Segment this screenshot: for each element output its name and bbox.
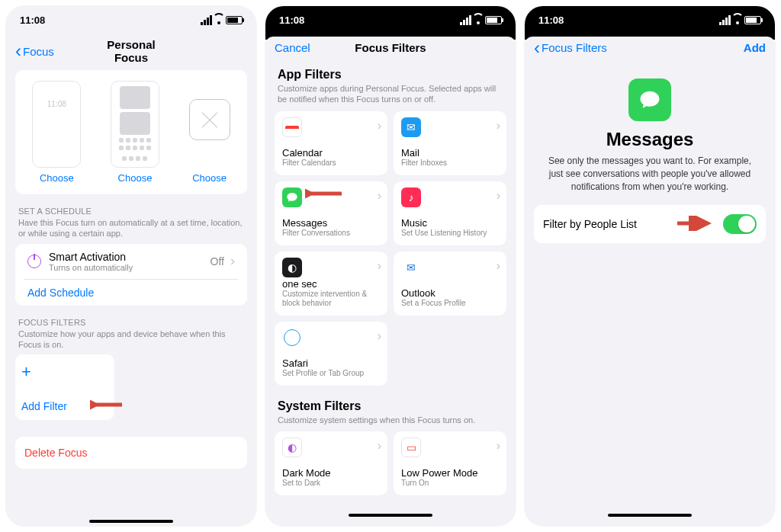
home-indicator[interactable] [349,514,432,517]
back-button[interactable]: Focus Filters [534,41,650,54]
signal-icon [460,15,471,25]
nav-title: Personal Focus [92,38,169,64]
status-bar: 11:08 [525,6,775,34]
messages-icon [282,187,302,207]
nav-title: Focus Filters [352,41,429,54]
status-time: 11:08 [279,14,304,26]
power-icon [27,255,41,268]
wifi-icon [214,14,224,25]
schedule-desc: Have this Focus turn on automatically at… [18,217,244,239]
choose-watch[interactable]: Choose [192,172,227,184]
add-filter-card[interactable]: + Add Filter [15,354,114,420]
app-filters-desc: Customize apps during Personal Focus. Se… [278,83,503,105]
chevron-right-icon: › [497,189,500,203]
chevron-right-icon: › [497,439,500,453]
phone-focus-filters: 11:08 Cancel Focus Filters App Filters C… [265,6,516,526]
lock-screen-preview[interactable]: 11:08 [32,81,81,168]
system-filters-desc: Customize system settings when this Focu… [278,415,503,425]
phone-personal-focus: 11:08 Focus Personal Focus 11:08 Choose [6,6,256,526]
low-power-icon: ▭ [401,437,421,457]
mail-icon: ✉ [401,117,421,137]
system-filters-label: System Filters [278,399,503,413]
tile-mail[interactable]: ✉ › Mail Filter Inboxes [394,111,506,175]
messages-app-icon [628,79,671,121]
page-title: Messages [525,129,775,150]
tile-calendar[interactable]: › Calendar Filter Calendars [275,111,387,175]
filters-label: FOCUS FILTERS [18,318,244,327]
home-indicator[interactable] [608,514,692,517]
watch-face-preview[interactable] [189,99,230,140]
add-button[interactable]: Add [650,41,766,54]
calendar-icon [282,117,302,137]
tile-messages[interactable]: › Messages Filter Conversations [275,181,387,245]
tile-dark-mode[interactable]: ◐ › Dark Mode Set to Dark [275,431,387,495]
filters-desc: Customize how your apps and device behav… [18,328,244,351]
chevron-right-icon: › [497,259,500,273]
page-description: See only the messages you want to. For e… [525,150,775,205]
nav-bar: Focus Personal Focus [6,34,256,70]
app-filters-label: App Filters [278,68,503,82]
screen-previews: 11:08 Choose Choose Choose [20,78,243,188]
chevron-right-icon: › [378,439,381,453]
choose-lock[interactable]: Choose [40,172,74,184]
chevron-right-icon: › [378,329,381,343]
status-time: 11:08 [538,14,564,26]
plus-icon: + [21,362,108,382]
wifi-icon [732,14,743,25]
signal-icon [201,15,212,25]
status-bar: 11:08 [6,6,256,34]
safari-icon [282,328,302,348]
schedule-label: SET A SCHEDULE [18,207,244,216]
home-screen-preview[interactable] [111,81,159,168]
battery-icon [226,16,243,24]
filter-toggle-switch[interactable] [723,214,757,234]
phone-messages-filter: 11:08 Focus Filters Add Messages See onl… [525,6,775,526]
chevron-right-icon: › [497,119,500,133]
filter-toggle-row[interactable]: Filter by People List [543,205,757,243]
wifi-icon [473,14,484,25]
music-icon: ♪ [401,187,421,207]
signal-icon [719,15,731,25]
outlook-icon: ✉ [401,258,421,277]
chevron-right-icon: › [378,119,381,133]
chevron-right-icon: › [378,189,381,203]
status-bar: 11:08 [265,6,516,34]
tile-safari[interactable]: › Safari Set Profile or Tab Group [275,322,387,386]
status-time: 11:08 [20,14,45,26]
annotation-arrow [305,186,343,201]
tile-low-power[interactable]: ▭ › Low Power Mode Turn On [394,431,506,495]
add-schedule-row[interactable]: Add Schedule [24,279,238,306]
chevron-right-icon: › [378,259,381,273]
choose-home[interactable]: Choose [118,172,153,184]
dark-mode-icon: ◐ [282,437,302,457]
battery-icon [744,16,761,24]
home-indicator[interactable] [89,520,173,523]
tile-outlook[interactable]: ✉ › Outlook Set a Focus Profile [394,252,506,316]
battery-icon [485,16,502,24]
back-button[interactable]: Focus [15,45,92,58]
smart-activation-row[interactable]: Smart Activation Turns on automatically … [24,244,238,279]
tile-onesec[interactable]: ◐ › one sec Customize intervention & blo… [275,252,387,316]
delete-focus-button[interactable]: Delete Focus [24,447,87,459]
tile-music[interactable]: ♪ › Music Set Use Listening History [394,181,506,245]
cancel-button[interactable]: Cancel [275,41,352,54]
onesec-icon: ◐ [282,258,302,277]
